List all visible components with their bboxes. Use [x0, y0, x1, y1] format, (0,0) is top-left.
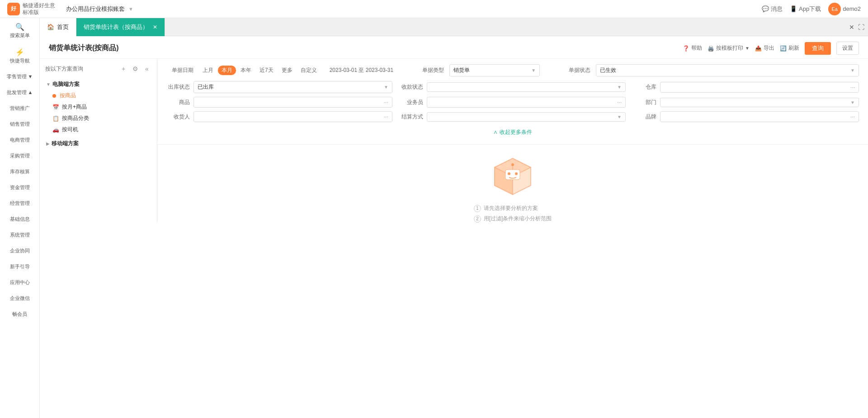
- goods-dots-icon[interactable]: ···: [384, 99, 388, 105]
- filter-row-4: 收货人 ··· 结算方式 ▼: [166, 111, 859, 122]
- workspace-title: 办公用品行业模拟账套: [66, 5, 125, 13]
- tree-item-by-goods[interactable]: 按商品: [43, 90, 153, 101]
- collect-status-caret-icon: ▼: [617, 85, 622, 90]
- filter-row-1: 单据日期 上月 本月 本年 近7天 更多 自定义 2023-03-01 至 20…: [166, 64, 859, 76]
- tree-group-mobile[interactable]: ▶ 移动端方案: [43, 138, 153, 149]
- date-label: 单据日期: [166, 66, 193, 74]
- tree-item-by-month-goods[interactable]: 📅 按月+商品: [43, 101, 153, 113]
- sidebar-item-coop[interactable]: 企业协同: [0, 243, 39, 259]
- staff-input[interactable]: ···: [427, 97, 626, 108]
- sidebar-item-wholesale[interactable]: 批发管理 ▲: [0, 85, 39, 100]
- help-icon: ❓: [683, 45, 689, 52]
- workspace-arrow-icon: ▼: [128, 6, 133, 12]
- tree-item-by-driver[interactable]: 🚗 按司机: [43, 124, 153, 135]
- collapse-conditions-btn[interactable]: ∧ 收起更多条件: [166, 126, 859, 139]
- date-tab-more[interactable]: 更多: [278, 66, 296, 75]
- refresh-btn[interactable]: 🔄 刷新: [780, 44, 799, 52]
- maximize-window-icon[interactable]: ⛶: [858, 24, 864, 31]
- dept-label: 部门: [633, 99, 656, 106]
- filter-cell-dept: 部门 ▼: [633, 97, 859, 108]
- message-btn[interactable]: 💬 消息: [762, 5, 783, 13]
- payment-label: 结算方式: [400, 113, 423, 121]
- sidebar-item-member[interactable]: 畅会员: [0, 306, 39, 322]
- sidebar-item-sales[interactable]: 销售管理: [0, 116, 39, 132]
- tab-close-icon[interactable]: ✕: [153, 24, 157, 30]
- sidebar-item-search[interactable]: 🔍 搜索菜单: [0, 18, 39, 43]
- filter-row-2: 出库状态 已出库 ▼ 收款状态 ▼: [166, 81, 859, 93]
- calendar-icon: 📅: [52, 104, 59, 110]
- doc-status-select[interactable]: 已生效 ▼: [596, 64, 859, 76]
- sidebar-item-newbie[interactable]: 新手引导: [0, 259, 39, 275]
- sidebar-item-appcenter[interactable]: 应用中心: [0, 275, 39, 290]
- topbar-left: 好 畅捷通好生意 标准版 办公用品行业模拟账套 ▼: [7, 2, 133, 15]
- user-avatar[interactable]: Ea demo2: [828, 3, 861, 15]
- filter-row-3: 商品 ··· 业务员 ···: [166, 97, 859, 108]
- svg-point-5: [515, 172, 518, 175]
- brand-dots-icon[interactable]: ···: [850, 114, 855, 120]
- app-download-btn[interactable]: 📱 App下载: [790, 5, 821, 13]
- empty-state-panel: 1 请先选择要分析的方案 2 用[过滤]条件来缩小分析范围: [157, 145, 868, 223]
- tree-section-mobile-label: 移动端方案: [52, 140, 79, 147]
- sidebar-item-purchase[interactable]: 采购管理: [0, 148, 39, 164]
- sidebar-item-basic[interactable]: 基础信息: [0, 211, 39, 227]
- refresh-label: 刷新: [788, 44, 799, 52]
- warehouse-input[interactable]: ···: [660, 82, 859, 93]
- app-download-icon: 📱: [790, 5, 797, 12]
- doc-status-value: 已生效: [600, 66, 616, 74]
- sidebar-item-marketing[interactable]: 营销推广: [0, 100, 39, 116]
- help-label: 帮助: [691, 44, 702, 52]
- sidebar-item-inventory[interactable]: 库存核算: [0, 164, 39, 180]
- receiver-input[interactable]: ···: [193, 111, 392, 122]
- filter-cell-staff: 业务员 ···: [400, 97, 626, 108]
- tab-sales-stat-label: 销货单统计表（按商品）: [84, 23, 148, 31]
- sidebar-item-ecom[interactable]: 电商管理: [0, 132, 39, 148]
- date-tab-custom[interactable]: 自定义: [297, 66, 321, 75]
- doc-type-select[interactable]: 销货单 ▼: [449, 64, 540, 76]
- sidebar-item-retail[interactable]: 零售管理 ▼: [0, 69, 39, 85]
- edit-scheme-btn[interactable]: ⚙: [131, 64, 140, 73]
- filter-cell-out-status: 出库状态 已出库 ▼: [166, 81, 392, 93]
- print-btn[interactable]: 🖨️ 按模板打印 ▼: [708, 44, 750, 52]
- settings-button[interactable]: 设置: [836, 42, 859, 55]
- sidebar-item-finance[interactable]: 资金管理: [0, 180, 39, 195]
- close-window-icon[interactable]: ✕: [849, 24, 854, 31]
- sidebar-item-operations[interactable]: 经营管理: [0, 195, 39, 211]
- goods-input[interactable]: ···: [193, 97, 392, 108]
- collect-status-select[interactable]: ▼: [427, 82, 626, 92]
- brand-input[interactable]: ···: [660, 111, 859, 122]
- date-tab-last-month[interactable]: 上月: [199, 66, 217, 75]
- category-icon: 📋: [52, 115, 59, 122]
- out-status-select[interactable]: 已出库 ▼: [193, 81, 392, 93]
- driver-icon: 🚗: [52, 127, 59, 133]
- help-btn[interactable]: ❓ 帮助: [683, 44, 702, 52]
- doc-status-caret-icon: ▼: [850, 68, 855, 73]
- sidebar-item-wechat[interactable]: 企业微信: [0, 290, 39, 306]
- collapse-label: ∧ 收起更多条件: [493, 129, 532, 135]
- collapse-panel-btn[interactable]: «: [142, 64, 151, 73]
- receiver-dots-icon[interactable]: ···: [384, 114, 388, 120]
- export-btn[interactable]: 📤 导出: [755, 44, 774, 52]
- date-tab-this-month[interactable]: 本月: [218, 66, 236, 75]
- query-button[interactable]: 查询: [805, 42, 831, 55]
- sidebar-item-system[interactable]: 系统管理: [0, 227, 39, 243]
- tree-item-by-goods-category[interactable]: 📋 按商品分类: [43, 113, 153, 124]
- date-tab-this-year[interactable]: 本年: [237, 66, 255, 75]
- right-section: 单据日期 上月 本月 本年 近7天 更多 自定义 2023-03-01 至 20…: [157, 59, 868, 223]
- add-scheme-btn[interactable]: +: [119, 64, 128, 73]
- tab-sales-stat[interactable]: 销货单统计表（按商品） ✕: [76, 18, 165, 36]
- hint-num-1: 1: [474, 205, 481, 212]
- dept-select[interactable]: ▼: [660, 98, 859, 107]
- staff-dots-icon[interactable]: ···: [617, 99, 622, 105]
- tree-section-pc-label: 电脑端方案: [52, 81, 80, 88]
- date-tab-7days[interactable]: 近7天: [256, 66, 277, 75]
- warehouse-dots-icon[interactable]: ···: [850, 84, 855, 90]
- logo-icon: 好: [7, 3, 20, 15]
- tree-group-pc[interactable]: ▼ 电脑端方案: [43, 79, 153, 90]
- tab-home[interactable]: 🏠 首页: [40, 18, 76, 36]
- tree-toggle-mobile: ▶: [46, 141, 50, 146]
- left-panel-actions: + ⚙ «: [119, 64, 151, 73]
- payment-select[interactable]: ▼: [427, 112, 626, 122]
- hint-text-1: 请先选择要分析的方案: [484, 204, 538, 212]
- out-status-caret-icon: ▼: [384, 85, 388, 90]
- sidebar-item-shortcut[interactable]: ⚡ 快捷导航: [0, 43, 39, 69]
